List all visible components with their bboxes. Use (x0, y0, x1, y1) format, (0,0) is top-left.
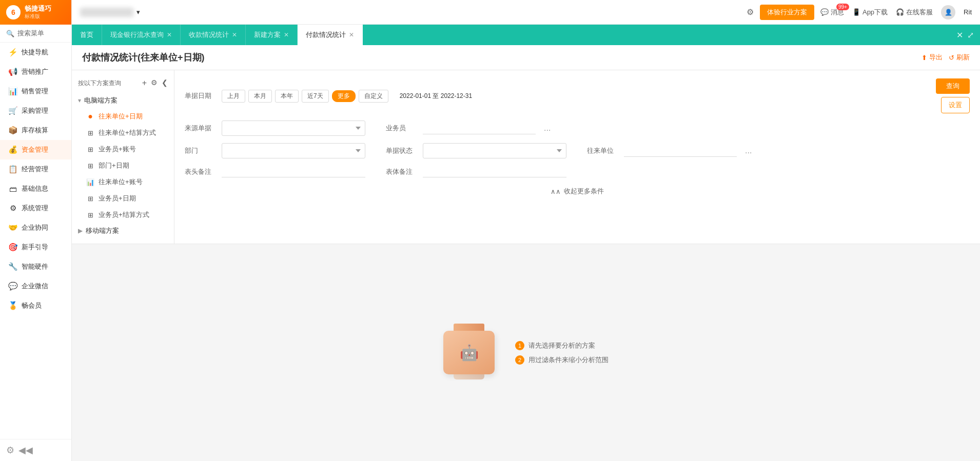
plan-icon-partner-account: 📊 (86, 178, 94, 186)
search-icon: 🔍 (6, 30, 14, 37)
export-button[interactable]: ⬆ 导出 (922, 53, 943, 62)
sidebar-item-enterprise[interactable]: 🤝 企业协同 (0, 218, 71, 237)
company-selector[interactable]: 公司名称示例文字 ▾ (80, 8, 740, 17)
expand-tabs-icon[interactable]: ⤢ (967, 30, 974, 40)
sidebar-item-basic[interactable]: 🗃 基础信息 (0, 179, 71, 198)
refresh-button[interactable]: ↺ 刷新 (949, 53, 970, 62)
scheme-panel-actions: + ⚙ ❮ (142, 78, 168, 88)
tab-receipt-stats[interactable]: 收款情况统计 ✕ (181, 25, 246, 45)
sidebar-item-inventory[interactable]: 📦 库存核算 (0, 121, 71, 140)
table-header-note-input[interactable] (222, 166, 365, 177)
plan-item-partner-settlement[interactable]: ⊞ 往来单位+结算方式 (72, 125, 174, 141)
desktop-section-label: 电脑端方案 (84, 96, 117, 105)
sidebar-search[interactable]: 🔍 搜索菜单 (0, 25, 71, 43)
trial-button[interactable]: 体验行业方案 (760, 5, 814, 20)
settings-scheme-icon[interactable]: ⚙ (151, 78, 158, 88)
online-service-button[interactable]: 🎧 在线客服 (896, 8, 933, 17)
collapse-scheme-icon[interactable]: ❮ (162, 78, 168, 88)
plan-item-dept-date[interactable]: ⊞ 部门+日期 (72, 157, 174, 174)
query-button[interactable]: 查询 (936, 78, 970, 94)
date-btn-custom[interactable]: 自定义 (359, 90, 388, 103)
sidebar-item-label: 销售管理 (22, 87, 48, 96)
mobile-section: ▶ 移动端方案 (72, 223, 174, 238)
sidebar-item-quick-nav[interactable]: ⚡ 快捷导航 (0, 43, 71, 62)
settings-footer-icon[interactable]: ⚙ (6, 445, 14, 456)
desktop-section-header[interactable]: ▾ 电脑端方案 (72, 93, 174, 108)
plan-item-salesperson-settlement[interactable]: ⊞ 业务员+结算方式 (72, 207, 174, 223)
company-dropdown-icon[interactable]: ▾ (136, 8, 140, 16)
empty-box: 🤖 (443, 331, 495, 374)
date-btn-this-year[interactable]: 本年 (275, 90, 299, 103)
topbar-settings-icon[interactable]: ⚙ (747, 7, 754, 17)
plan-item-salesperson-account[interactable]: ⊞ 业务员+账号 (72, 141, 174, 157)
date-btn-this-month[interactable]: 本月 (248, 90, 272, 103)
user-name[interactable]: Rit (964, 8, 972, 16)
collapse-sidebar-icon[interactable]: ◀◀ (18, 445, 33, 456)
source-voucher-label: 来源单据 (185, 124, 213, 133)
filter-row-dept: 部门 单据状态 往来单位 ... (185, 143, 970, 158)
scheme-panel-header: 按以下方案查询 + ⚙ ❮ (72, 75, 174, 93)
capital-icon: 💰 (8, 145, 17, 154)
voucher-status-label: 单据状态 (386, 146, 415, 155)
date-btn-last-month[interactable]: 上月 (222, 90, 245, 103)
sidebar-item-wechat[interactable]: 💬 企业微信 (0, 276, 71, 296)
hardware-icon: 🔧 (8, 262, 17, 271)
scheme-panel: 按以下方案查询 + ⚙ ❮ ▾ 电脑端方案 ● (72, 70, 174, 244)
plan-item-partner-account[interactable]: 📊 往来单位+账号 (72, 174, 174, 190)
partner-dots[interactable]: ... (745, 146, 752, 155)
plan-icon-partner-settlement: ⊞ (86, 129, 94, 137)
sidebar-item-label: 采购管理 (22, 106, 48, 115)
tab-payment-stats-close[interactable]: ✕ (349, 31, 354, 38)
filter-settings-button[interactable]: 设置 (941, 97, 970, 113)
department-select[interactable] (222, 143, 365, 158)
date-btn-last-7-days[interactable]: 近7天 (302, 90, 329, 103)
sidebar-item-capital[interactable]: 💰 资金管理 (0, 140, 71, 159)
date-btn-more[interactable]: 更多 (332, 90, 356, 102)
sidebar-item-member[interactable]: 🏅 畅会员 (0, 296, 71, 315)
purchase-icon: 🛒 (8, 106, 17, 115)
empty-illustration: 🤖 (443, 331, 495, 374)
sidebar-item-hardware[interactable]: 🔧 智能硬件 (0, 257, 71, 276)
empty-state: 🤖 1 请先选择要分析的方案 2 用过滤条件来缩小分析范围 (443, 331, 609, 374)
messages-button[interactable]: 💬 消息 99+ (820, 8, 844, 17)
brand-name: 畅捷通巧 (25, 5, 51, 13)
refresh-label: 刷新 (956, 53, 970, 62)
salesperson-dots[interactable]: ... (544, 124, 551, 133)
sidebar-item-marketing[interactable]: 📢 营销推广 (0, 62, 71, 82)
sales-icon: 📊 (8, 87, 17, 96)
department-label: 部门 (185, 146, 213, 155)
sidebar-item-operation[interactable]: 📋 经营管理 (0, 159, 71, 179)
tab-cash-flow[interactable]: 现金银行流水查询 ✕ (102, 25, 181, 45)
tab-receipt-stats-close[interactable]: ✕ (232, 31, 237, 38)
tab-payment-stats[interactable]: 付款情况统计 ✕ (298, 25, 363, 45)
sidebar-item-sales[interactable]: 📊 销售管理 (0, 82, 71, 101)
tab-cash-flow-close[interactable]: ✕ (167, 31, 172, 38)
collapse-button[interactable]: ∧∧ 收起更多条件 (551, 187, 604, 196)
source-voucher-select[interactable] (222, 121, 365, 136)
sidebar-item-guide[interactable]: 🎯 新手引导 (0, 237, 71, 257)
wechat-icon: 💬 (8, 282, 17, 291)
table-body-note-input[interactable] (423, 166, 566, 177)
salesperson-input[interactable] (423, 123, 536, 134)
sidebar-item-label: 营销推广 (22, 67, 48, 76)
app-download-button[interactable]: 📱 App下载 (852, 8, 888, 17)
tab-bar: 首页 现金银行流水查询 ✕ 收款情况统计 ✕ 新建方案 ✕ 付款情况统计 ✕ ✕… (72, 25, 980, 45)
sidebar-item-purchase[interactable]: 🛒 采购管理 (0, 101, 71, 121)
close-all-tabs-icon[interactable]: ✕ (956, 30, 963, 40)
add-scheme-icon[interactable]: + (142, 78, 147, 88)
sidebar-item-label: 企业协同 (22, 223, 48, 232)
sidebar-item-system[interactable]: ⚙ 系统管理 (0, 198, 71, 218)
plan-item-salesperson-date[interactable]: ⊞ 业务员+日期 (72, 190, 174, 207)
voucher-status-select[interactable] (423, 143, 566, 158)
plan-label-salesperson-settlement: 业务员+结算方式 (99, 210, 149, 219)
tab-new-scheme[interactable]: 新建方案 ✕ (246, 25, 298, 45)
plan-item-partner-date[interactable]: ● 往来单位+日期 (72, 108, 174, 125)
partner-input[interactable] (624, 145, 737, 157)
user-avatar[interactable]: 👤 (941, 5, 955, 19)
tab-new-scheme-close[interactable]: ✕ (284, 31, 289, 38)
message-icon: 💬 (820, 8, 829, 16)
member-icon: 🏅 (8, 301, 17, 310)
sidebar-item-label: 快捷导航 (22, 48, 48, 57)
tab-home[interactable]: 首页 (72, 25, 102, 45)
mobile-section-header[interactable]: ▶ 移动端方案 (72, 223, 174, 238)
